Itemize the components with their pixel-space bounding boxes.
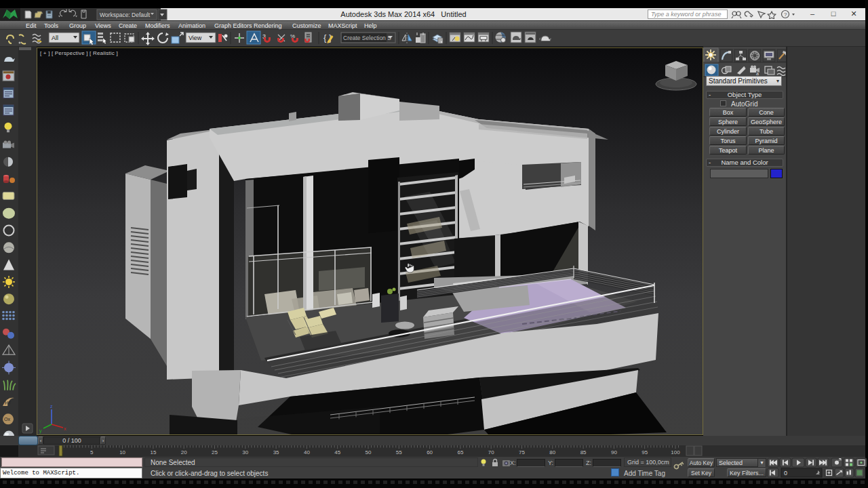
svg-text:30: 30 bbox=[242, 449, 248, 455]
svg-text:0: 0 bbox=[784, 470, 787, 476]
svg-text:55: 55 bbox=[396, 449, 402, 455]
svg-text:15: 15 bbox=[150, 449, 156, 455]
svg-text:10: 10 bbox=[119, 449, 125, 455]
svg-text:Workspace: Default: Workspace: Default bbox=[100, 12, 151, 18]
svg-text:45: 45 bbox=[334, 449, 340, 455]
svg-text:HF: HF bbox=[5, 401, 11, 405]
svg-text:95: 95 bbox=[642, 449, 648, 455]
svg-text:Create Selection S: Create Selection S bbox=[343, 35, 391, 41]
svg-text:All: All bbox=[52, 35, 58, 41]
svg-text:Ox: Ox bbox=[4, 417, 10, 422]
svg-text:40: 40 bbox=[304, 449, 310, 455]
svg-text:35: 35 bbox=[273, 449, 279, 455]
svg-text:View: View bbox=[189, 35, 202, 41]
svg-text:90: 90 bbox=[611, 449, 617, 455]
svg-text:x: x bbox=[64, 426, 66, 431]
svg-text:70: 70 bbox=[488, 449, 494, 455]
svg-text:60: 60 bbox=[427, 449, 433, 455]
svg-text:75: 75 bbox=[519, 449, 525, 455]
svg-text:85: 85 bbox=[580, 449, 587, 455]
svg-text:25: 25 bbox=[212, 449, 218, 455]
svg-text:80: 80 bbox=[549, 449, 555, 455]
svg-text:65: 65 bbox=[457, 449, 463, 455]
svg-text:5: 5 bbox=[90, 449, 94, 455]
svg-text:20: 20 bbox=[181, 449, 187, 455]
svg-text:50: 50 bbox=[366, 449, 372, 455]
svg-text:y: y bbox=[39, 428, 42, 434]
svg-text:a: a bbox=[756, 71, 759, 76]
svg-text:?: ? bbox=[784, 12, 787, 18]
svg-text:z: z bbox=[50, 404, 53, 409]
svg-text:100: 100 bbox=[671, 449, 680, 455]
